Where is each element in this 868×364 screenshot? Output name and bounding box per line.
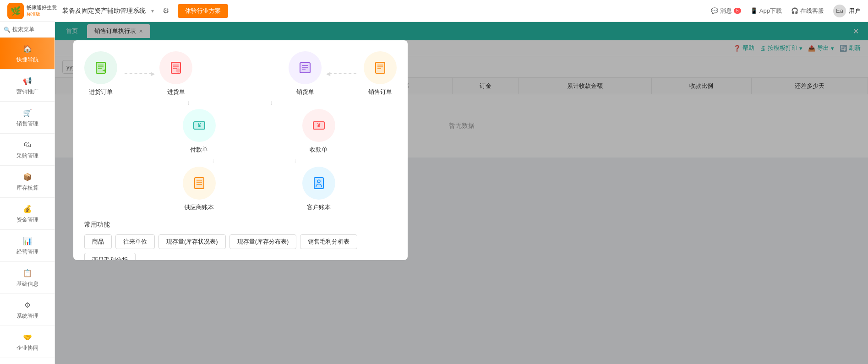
purchase-icon: 🛍 <box>22 139 33 150</box>
sidebar-label-operations: 经营管理 <box>16 248 38 256</box>
sidebar-item-finance[interactable]: 💰 资金管理 <box>0 198 55 230</box>
fn-partners[interactable]: 往来单位 <box>115 234 155 249</box>
logo-icon: 🌿 <box>7 3 24 19</box>
flow-label-customer-ledger: 客户账本 <box>307 203 331 212</box>
message-label: 消息 <box>720 7 732 15</box>
down-arrow-purchase: ↓ <box>187 99 190 106</box>
svg-point-10 <box>176 69 180 72</box>
svg-rect-0 <box>96 62 105 73</box>
fn-inventory-dist[interactable]: 现存量(库存分布表) <box>229 234 297 249</box>
flow-circle-sales-bill <box>289 51 322 84</box>
sidebar-label-marketing: 营销推广 <box>16 88 38 96</box>
sidebar-label-basic-info: 基础信息 <box>16 280 38 288</box>
common-functions-title: 常用功能 <box>84 221 397 229</box>
avatar: Ea <box>833 5 846 17</box>
sidebar-search[interactable]: 🔍 搜索菜单 <box>0 22 55 38</box>
sidebar-item-enterprise[interactable]: 🤝 企业协同 <box>0 326 55 358</box>
flow-circle-payment: ¥ <box>183 109 216 142</box>
sidebar-item-system[interactable]: ⚙ 系统管理 <box>0 294 55 326</box>
sidebar: 🔍 搜索菜单 🏠 快捷导航 📢 营销推广 🛒 销售管理 🛍 采购管理 📦 库存核… <box>0 22 55 364</box>
system-title: 装备及固定资产辅助管理系统 <box>62 7 146 15</box>
main-layout: 🔍 搜索菜单 🏠 快捷导航 📢 营销推广 🛒 销售管理 🛍 采购管理 📦 库存核… <box>0 22 868 364</box>
sales-icon: 🛒 <box>22 107 33 118</box>
sidebar-item-newbie[interactable]: 🎯 新手引导 <box>0 358 55 364</box>
logo-text: 畅康通好生意 <box>27 4 57 11</box>
sidebar-label-finance: 资金管理 <box>16 216 38 224</box>
sidebar-item-sales[interactable]: 🛒 销售管理 <box>0 102 55 134</box>
svg-text:¥: ¥ <box>197 122 201 129</box>
flow-label-payment: 付款单 <box>190 146 208 154</box>
down-arrow-receipt: ↓ <box>294 157 297 164</box>
top-header: 🌿 畅康通好生意 标准版 装备及固定资产辅助管理系统 ▾ ⚙ 体验行业方案 💬 … <box>0 0 868 22</box>
avatar-text: Ea <box>836 7 843 14</box>
system-icon: ⚙ <box>22 299 33 310</box>
flow-circle-receipt: ¥ <box>302 109 335 142</box>
message-button[interactable]: 💬 消息 5 <box>711 7 741 15</box>
flow-item-customer-ledger[interactable]: 客户账本 <box>302 167 335 212</box>
flow-item-sales-bill[interactable]: 销货单 <box>289 51 322 96</box>
sidebar-item-inventory[interactable]: 📦 库存核算 <box>0 166 55 198</box>
fn-product[interactable]: 商品 <box>84 234 112 249</box>
logo-subtext: 标准版 <box>27 11 57 17</box>
function-buttons-row1: 商品 往来单位 现存量(库存状况表) 现存量(库存分布表) 销售毛利分析表 商品… <box>84 234 397 260</box>
flow-label-supplier-ledger: 供应商账本 <box>184 203 214 212</box>
app-icon: 📱 <box>750 7 758 14</box>
logo-area: 🌿 畅康通好生意 标准版 <box>7 3 62 19</box>
flow-item-sales-order[interactable]: 销售订单 <box>364 51 397 96</box>
enterprise-icon: 🤝 <box>22 331 33 342</box>
user-label: 用户 <box>849 7 861 15</box>
flow-circle-purchase-bill <box>159 51 192 84</box>
flow-label-sales-bill: 销货单 <box>296 88 314 96</box>
svg-rect-11 <box>300 63 310 73</box>
flow-circle-purchase-order <box>84 51 117 84</box>
message-badge: 5 <box>734 8 741 14</box>
svg-rect-27 <box>195 178 204 189</box>
dropdown-arrow-icon[interactable]: ▾ <box>151 8 154 14</box>
sidebar-label-quick-nav: 快捷导航 <box>16 56 38 64</box>
operations-icon: 📊 <box>22 235 33 246</box>
flow-label-sales-order: 销售订单 <box>368 88 392 96</box>
sidebar-label-enterprise: 企业协同 <box>16 344 38 352</box>
flow-item-purchase-order[interactable]: 进货订单 <box>84 51 117 96</box>
sidebar-label-system: 系统管理 <box>16 312 38 320</box>
overlay[interactable]: 进货订单 ▶ 进货单 <box>55 22 868 364</box>
user-area[interactable]: Ea 用户 <box>833 5 861 17</box>
sidebar-item-purchase[interactable]: 🛍 采购管理 <box>0 134 55 166</box>
flow-item-receipt[interactable]: ¥ 收款单 <box>302 109 335 154</box>
search-label: 搜索菜单 <box>12 26 34 33</box>
quick-guide-popup: 进货订单 ▶ 进货单 <box>73 40 408 260</box>
fn-sales-gross[interactable]: 销售毛利分析表 <box>300 234 357 249</box>
flow-label-purchase-bill: 进货单 <box>167 88 185 96</box>
flow-circle-sales-order <box>364 51 397 84</box>
svg-text:¥: ¥ <box>317 122 320 129</box>
flow-circle-customer-ledger <box>302 167 335 200</box>
flow-item-payment[interactable]: ¥ 付款单 <box>183 109 216 154</box>
gear-button[interactable]: ⚙ <box>159 5 172 17</box>
sidebar-item-operations[interactable]: 📊 经营管理 <box>0 230 55 262</box>
flow-item-purchase-bill[interactable]: 进货单 <box>159 51 192 96</box>
quick-nav-icon: 🏠 <box>22 43 33 54</box>
flow-label-receipt: 收款单 <box>310 146 328 154</box>
message-icon: 💬 <box>711 7 718 14</box>
sidebar-item-basic-info[interactable]: 📋 基础信息 <box>0 262 55 294</box>
marketing-icon: 📢 <box>22 75 33 86</box>
header-middle: 装备及固定资产辅助管理系统 ▾ ⚙ 体验行业方案 <box>62 4 711 18</box>
sidebar-item-marketing[interactable]: 📢 营销推广 <box>0 70 55 102</box>
app-download-label: App下载 <box>759 7 782 15</box>
sidebar-label-inventory: 库存核算 <box>16 184 38 192</box>
online-service-button[interactable]: 🎧 在线客服 <box>791 7 824 15</box>
basic-info-icon: 📋 <box>22 267 33 278</box>
fn-inventory-status[interactable]: 现存量(库存状况表) <box>158 234 226 249</box>
inventory-icon: 📦 <box>22 171 33 182</box>
sidebar-item-quick-nav[interactable]: 🏠 快捷导航 <box>0 38 55 70</box>
fn-product-gross[interactable]: 商品毛利分析 <box>84 253 136 260</box>
trial-button[interactable]: 体验行业方案 <box>178 4 228 18</box>
flow-item-supplier-ledger[interactable]: 供应商账本 <box>183 167 216 212</box>
content-area: 首页 销售订单执行表 ✕ ✕ ❓ 帮助 🖨 按模板打印 ▾ <box>55 22 868 364</box>
finance-icon: 💰 <box>22 203 33 214</box>
sidebar-label-purchase: 采购管理 <box>16 152 38 160</box>
svg-rect-16 <box>376 62 385 73</box>
app-download-button[interactable]: 📱 App下载 <box>750 7 782 15</box>
flow-diagram: 进货订单 ▶ 进货单 <box>84 51 397 212</box>
flow-circle-supplier-ledger <box>183 167 216 200</box>
